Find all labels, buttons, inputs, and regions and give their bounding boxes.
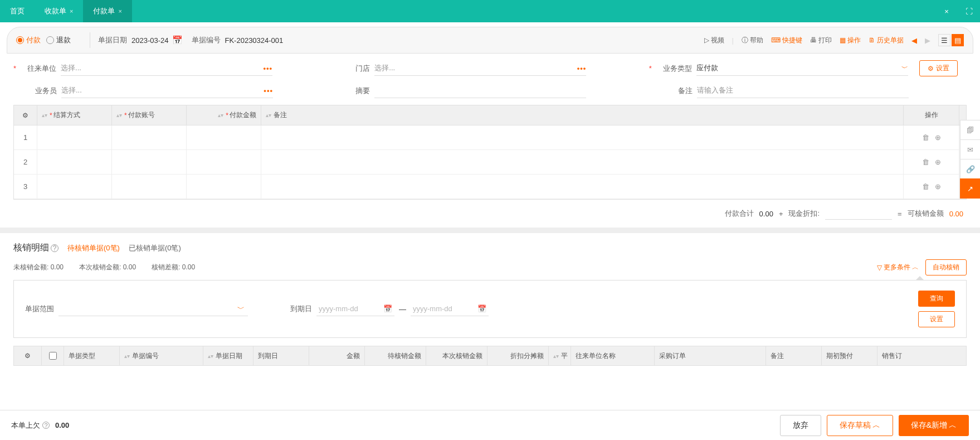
- col-type[interactable]: 单据类型: [64, 346, 120, 365]
- writeoff-header: 核销明细? 待核销单据(0笔) 已核销单据(0笔): [0, 233, 980, 258]
- remark-input[interactable]: 请输入备注: [697, 83, 909, 98]
- col-partyname[interactable]: 往来单位名称: [571, 346, 655, 365]
- add-icon[interactable]: ⊕: [935, 158, 941, 166]
- tab-payment[interactable]: 付款单×: [83, 0, 131, 22]
- gear-column[interactable]: ⚙: [14, 346, 42, 365]
- party-input[interactable]: 选择...•••: [61, 61, 272, 76]
- col-current[interactable]: 本次核销金额: [426, 346, 487, 365]
- view-list-button[interactable]: ☰: [938, 34, 950, 46]
- table-row[interactable]: 3 🗑⊕: [14, 175, 966, 199]
- col-pending[interactable]: 待核销金额: [365, 346, 426, 365]
- calendar-icon[interactable]: 📅: [172, 35, 183, 45]
- delete-icon[interactable]: 🗑: [922, 133, 929, 142]
- radio-refund[interactable]: 退款: [46, 35, 71, 45]
- checkbox-column[interactable]: [42, 346, 64, 365]
- col-pending-label: 待核销金额: [388, 351, 421, 361]
- close-icon[interactable]: ×: [118, 8, 121, 14]
- more-conditions-link[interactable]: ▽更多条件︿: [877, 263, 919, 272]
- col-no[interactable]: ▴▾单据编号: [120, 346, 203, 365]
- cell-remark[interactable]: [261, 150, 904, 174]
- select-all-checkbox[interactable]: [49, 352, 57, 360]
- sidebar-draft-icon[interactable]: 🗐: [960, 120, 980, 140]
- delete-icon[interactable]: 🗑: [922, 158, 929, 166]
- col-settle[interactable]: ▴▾*结算方式: [37, 105, 112, 125]
- add-icon[interactable]: ⊕: [935, 133, 941, 142]
- help-button[interactable]: ⓘ帮助: [742, 36, 763, 45]
- summary-input[interactable]: [374, 84, 586, 98]
- print-button[interactable]: 🖶打印: [810, 36, 832, 45]
- setting-button[interactable]: ⚙设置: [919, 60, 958, 76]
- sidebar-message-icon[interactable]: ✉: [960, 139, 980, 159]
- table-row[interactable]: 1 🗑⊕: [14, 125, 966, 150]
- ellipsis-icon[interactable]: •••: [577, 64, 587, 72]
- calendar-icon[interactable]: 📅: [383, 304, 392, 313]
- col-op: 操作: [904, 105, 959, 125]
- delete-icon[interactable]: 🗑: [922, 182, 929, 191]
- remark-label: 备注: [654, 86, 693, 96]
- table-row[interactable]: 2 🗑⊕: [14, 150, 966, 175]
- date-to-input[interactable]: yyyy-mm-dd📅: [411, 302, 489, 316]
- cell-settle[interactable]: [37, 150, 112, 174]
- ellipsis-icon[interactable]: •••: [263, 64, 272, 72]
- cell-amount[interactable]: [187, 150, 261, 174]
- query-button[interactable]: 查询: [918, 291, 955, 307]
- cell-remark[interactable]: [261, 175, 904, 199]
- col-amount2[interactable]: 金额: [309, 346, 365, 365]
- col-date[interactable]: ▴▾单据日期: [203, 346, 253, 365]
- biztype-value: 应付款: [696, 63, 718, 73]
- sidebar-expand-icon[interactable]: ↗: [960, 178, 980, 199]
- col-account[interactable]: ▴▾*付款账号: [112, 105, 187, 125]
- video-button[interactable]: ▷视频: [704, 36, 724, 45]
- date-value[interactable]: 2023-03-24: [131, 36, 169, 45]
- gear-column[interactable]: ⚙: [14, 105, 37, 125]
- cell-account[interactable]: [112, 150, 187, 174]
- col-due[interactable]: 到期日: [253, 346, 309, 365]
- col-so[interactable]: 销售订: [877, 346, 966, 365]
- store-input[interactable]: 选择...•••: [374, 61, 586, 76]
- salesman-input[interactable]: 选择...•••: [61, 83, 273, 98]
- radio-payment[interactable]: 付款: [16, 35, 41, 45]
- col-partyname-label: 往来单位名称: [576, 351, 616, 361]
- shortcut-button[interactable]: ⌨快捷键: [771, 36, 802, 45]
- col-discshare[interactable]: 折扣分摊额: [487, 346, 549, 365]
- add-icon[interactable]: ⊕: [935, 182, 941, 191]
- date-from-input[interactable]: yyyy-mm-dd📅: [316, 302, 394, 316]
- cell-account[interactable]: [112, 175, 187, 199]
- prev-icon[interactable]: ◀: [911, 36, 917, 45]
- summary-row: 付款合计 0.00 + 现金折扣: = 可核销金额 0.00: [0, 200, 980, 228]
- col-remark[interactable]: ▴▾备注: [261, 105, 904, 125]
- wo-tab-pending[interactable]: 待核销单据(0笔): [67, 243, 120, 253]
- close-icon[interactable]: ×: [70, 8, 73, 14]
- view-detail-button[interactable]: ▤: [952, 34, 964, 46]
- ellipsis-icon[interactable]: •••: [264, 86, 273, 95]
- wo-tab-done[interactable]: 已核销单据(0笔): [129, 243, 181, 253]
- sidebar-link-icon[interactable]: 🔗: [960, 159, 980, 179]
- cell-amount[interactable]: [187, 125, 261, 149]
- cell-account[interactable]: [112, 125, 187, 149]
- biztype-input[interactable]: 应付款﹀: [696, 61, 908, 76]
- tab-receipt[interactable]: 收款单×: [35, 0, 83, 22]
- range-dropdown[interactable]: ﹀: [58, 302, 248, 316]
- cell-amount[interactable]: [187, 175, 261, 199]
- help-icon[interactable]: ?: [51, 244, 58, 252]
- discount-input[interactable]: [825, 207, 892, 220]
- cell-settle[interactable]: [37, 125, 112, 149]
- sort-icon: ▴▾: [116, 114, 122, 117]
- col-remark2[interactable]: 备注: [766, 346, 822, 365]
- close-window-icon[interactable]: ×: [935, 0, 958, 22]
- cell-op: 🗑⊕: [904, 125, 959, 149]
- cell-settle[interactable]: [37, 175, 112, 199]
- filter-setting-button[interactable]: 设置: [918, 311, 955, 327]
- cell-remark[interactable]: [261, 125, 904, 149]
- col-po[interactable]: 采购订单: [655, 346, 766, 365]
- tab-home[interactable]: 首页: [0, 0, 35, 22]
- calendar-icon[interactable]: 📅: [477, 304, 486, 313]
- col-hedge[interactable]: ▴▾平: [549, 346, 571, 365]
- operate-button[interactable]: ▦操作: [840, 36, 861, 45]
- col-prepay[interactable]: 期初预付: [822, 346, 877, 365]
- history-button[interactable]: 🗎历史单据: [869, 36, 904, 45]
- expand-icon[interactable]: ⛶: [958, 0, 980, 22]
- auto-writeoff-button[interactable]: 自动核销: [925, 259, 967, 275]
- col-amount[interactable]: ▴▾*付款金额: [187, 105, 261, 125]
- next-icon[interactable]: ▶: [925, 36, 930, 45]
